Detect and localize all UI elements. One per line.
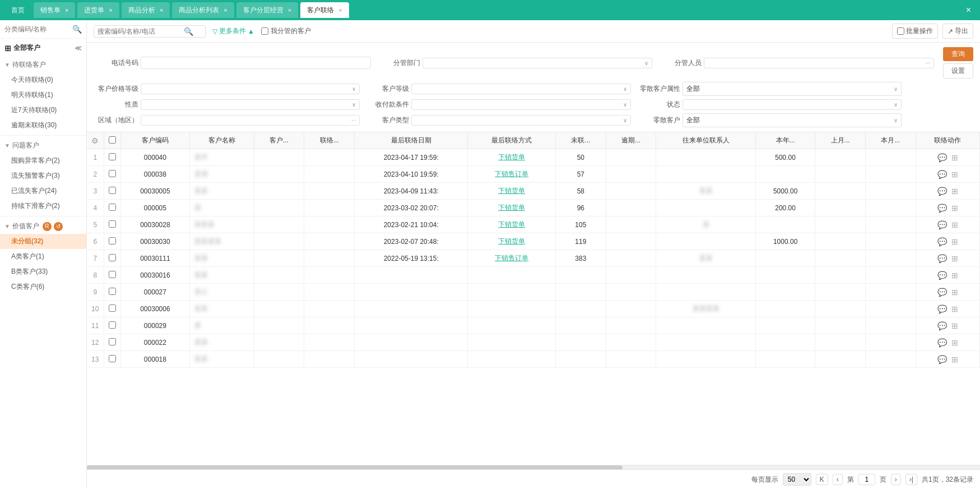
status-select[interactable]: ∨ [682,99,902,110]
row-checkbox[interactable] [109,237,116,245]
tab-customer-tier[interactable]: 客户分层经营 × [236,2,298,18]
row-check[interactable] [104,183,120,200]
row-checkbox[interactable] [109,271,116,278]
grid-icon[interactable]: ⊞ [951,305,958,313]
row-check[interactable] [104,284,120,301]
message-icon[interactable]: 💬 [937,237,947,246]
grid-icon[interactable]: ⊞ [951,237,958,246]
grid-icon[interactable]: ⊞ [951,321,958,330]
sidebar-search-input[interactable] [4,25,70,33]
tab-product-analysis-list[interactable]: 商品分析列表 × [172,2,234,18]
message-icon[interactable]: 💬 [937,321,947,330]
row-check[interactable] [104,267,120,284]
message-icon[interactable]: 💬 [937,355,947,364]
close-tab-customer-tier[interactable]: × [288,7,291,13]
row-last-method[interactable]: 下销售订单 [468,250,556,267]
grid-icon[interactable]: ⊞ [951,355,958,364]
row-checkbox[interactable] [109,355,116,362]
row-check[interactable] [104,301,120,317]
last-method-link[interactable]: 下销售订单 [495,170,528,178]
row-last-method[interactable]: 下销货单 [468,233,556,250]
message-icon[interactable]: 💬 [937,220,947,229]
message-icon[interactable]: 💬 [937,254,947,263]
row-checkbox[interactable] [109,187,116,194]
customer-type-select[interactable]: ∨ [411,115,630,126]
my-customers-checkbox[interactable]: 我分管的客户 [261,26,311,36]
group-value-customers[interactable]: ▼ 价值客户 R ↺ [0,219,86,234]
message-icon[interactable]: 💬 [937,288,947,297]
check-all[interactable] [109,136,116,144]
close-tab-purchase[interactable]: × [109,7,112,13]
row-last-method[interactable]: 下销货单 [468,149,556,166]
row-checkbox[interactable] [109,288,116,295]
close-all-tabs[interactable]: × [962,5,976,15]
row-check[interactable] [104,250,120,267]
last-method-link[interactable]: 下销货单 [498,204,525,211]
grid-icon[interactable]: ⊞ [951,338,958,347]
search-btn-icon[interactable]: 🔍 [184,27,193,36]
sidebar-item-churn-warn[interactable]: 流失预警客户(3) [0,168,86,183]
row-last-method[interactable]: 下销货单 [468,200,556,216]
message-icon[interactable]: 💬 [937,204,947,213]
close-tab-customer-contact[interactable]: × [338,7,342,13]
row-checkbox[interactable] [109,254,116,261]
message-icon[interactable]: 💬 [937,271,947,280]
sidebar-item-ungroup[interactable]: 未分组(32) [0,234,86,249]
my-customers-check[interactable] [261,27,268,35]
last-method-link[interactable]: 下销售订单 [495,254,528,262]
row-last-method[interactable]: 下销售订单 [468,166,556,183]
sidebar-item-c-class[interactable]: C类客户(6) [0,279,86,294]
grid-icon[interactable]: ⊞ [951,187,958,196]
query-btn[interactable]: 查询 [943,47,973,61]
sidebar-item-a-class[interactable]: A类客户(1) [0,249,86,264]
grid-icon[interactable]: ⊞ [951,153,958,162]
manager-select[interactable]: ··· [704,58,934,68]
horizontal-scrollbar[interactable] [87,465,980,469]
row-check[interactable] [104,334,120,351]
row-checkbox[interactable] [109,321,116,329]
tab-product-analysis[interactable]: 商品分析 × [122,2,170,18]
sidebar-item-churned[interactable]: 已流失客户(24) [0,183,86,199]
last-method-link[interactable]: 下销货单 [498,220,525,228]
sidebar-item-b-class[interactable]: B类客户(33) [0,264,86,279]
sidebar-item-hoard-abnormal[interactable]: 囤购异常客户(2) [0,153,86,168]
grid-icon[interactable]: ⊞ [951,170,958,179]
sidebar-item-declining[interactable]: 持续下滑客户(2) [0,199,86,214]
close-tab-sales[interactable]: × [65,7,68,13]
sidebar-item-today[interactable]: 今天待联络(0) [0,72,86,87]
row-check[interactable] [104,351,120,368]
row-checkbox[interactable] [109,305,116,312]
prev-page-btn[interactable]: ‹ [833,474,843,485]
next-page-btn[interactable]: › [891,474,901,485]
row-checkbox[interactable] [109,170,116,177]
col-settings[interactable]: ⚙ [87,132,104,149]
export-btn[interactable]: ↗ 导出 [942,24,973,39]
group-problem-customers[interactable]: ▼ 问题客户 [0,138,86,153]
scattered-attr-select[interactable]: 全部 ∨ [682,82,902,96]
close-tab-product-analysis-list[interactable]: × [224,7,227,13]
col-check-all[interactable] [104,132,120,149]
message-icon[interactable]: 💬 [937,305,947,313]
row-checkbox[interactable] [109,204,116,211]
close-tab-product-analysis[interactable]: × [160,7,163,13]
tab-home[interactable]: 首页 [4,2,31,18]
first-page-btn[interactable]: K [816,474,828,485]
settings-icon[interactable]: ⚙ [91,136,99,145]
last-page-btn[interactable]: ›| [905,474,917,485]
tab-purchase[interactable]: 进货单 × [77,2,119,18]
row-last-method[interactable]: 下销货单 [468,216,556,233]
search-input[interactable] [97,27,182,35]
scattered-select[interactable]: 全部 ∨ [682,113,902,127]
sidebar-item-overdue[interactable]: 逾期未联络(30) [0,118,86,133]
row-checkbox[interactable] [109,338,116,345]
sidebar-item-7days[interactable]: 近7天待联络(0) [0,103,86,118]
last-method-link[interactable]: 下销货单 [498,187,525,195]
row-check[interactable] [104,166,120,183]
price-level-select[interactable]: ∨ [141,84,360,94]
row-checkbox[interactable] [109,153,116,160]
batch-check[interactable] [897,27,904,35]
customer-level-select[interactable]: ∨ [411,84,630,94]
grid-icon[interactable]: ⊞ [951,220,958,229]
row-check[interactable] [104,233,120,250]
last-method-link[interactable]: 下销货单 [498,153,525,161]
